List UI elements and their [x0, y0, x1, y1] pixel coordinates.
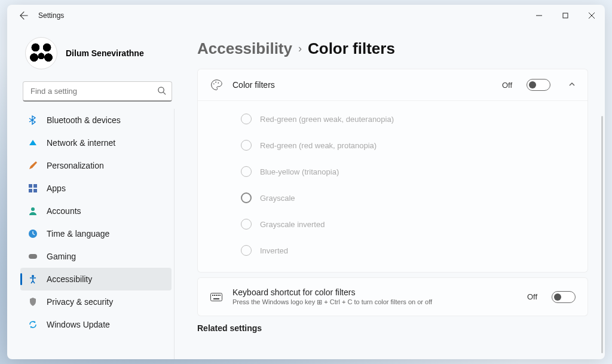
svg-rect-2: [29, 184, 32, 188]
svg-rect-14: [211, 293, 222, 301]
sidebar-item-account[interactable]: Accounts: [20, 200, 172, 222]
sidebar: Dilum Senevirathne Bluetooth & devicesNe…: [7, 26, 180, 359]
sidebar-item-label: Gaming: [47, 252, 76, 261]
search-input[interactable]: [23, 81, 172, 102]
keyboard-icon: [210, 293, 223, 301]
apps-icon: [27, 183, 38, 194]
sidebar-item-update[interactable]: Windows Update: [20, 313, 172, 336]
sidebar-item-privacy[interactable]: Privacy & security: [20, 290, 172, 313]
keyboard-shortcut-text: Keyboard shortcut for color filters Pres…: [232, 287, 432, 306]
radio-icon: [241, 166, 252, 177]
color-filter-options: Red-green (green weak, deuteranopia)Red-…: [198, 100, 587, 272]
sidebar-item-label: Personalization: [47, 161, 104, 170]
svg-point-12: [218, 82, 219, 84]
settings-window: Settings Dilum Senevirathne Bluetooth & …: [7, 5, 605, 359]
main-content[interactable]: Accessibility › Color filters Color filt…: [180, 26, 605, 359]
svg-rect-0: [563, 13, 568, 18]
window-controls: [526, 5, 605, 26]
svg-rect-20: [213, 298, 219, 299]
breadcrumb-current: Color filters: [308, 39, 395, 58]
filter-option-label: Grayscale: [260, 194, 295, 203]
sidebar-item-apps[interactable]: Apps: [20, 177, 172, 200]
accessibility-icon: [27, 274, 38, 285]
color-filters-header[interactable]: Color filters Off: [198, 69, 587, 100]
account-icon: [27, 206, 38, 216]
svg-rect-16: [214, 295, 215, 296]
svg-rect-15: [212, 295, 213, 296]
svg-point-6: [31, 207, 35, 211]
filter-option[interactable]: Inverted: [241, 237, 587, 264]
window-body: Dilum Senevirathne Bluetooth & devicesNe…: [7, 26, 605, 359]
keyboard-shortcut-row[interactable]: Keyboard shortcut for color filters Pres…: [198, 278, 587, 316]
filter-option-label: Inverted: [260, 246, 288, 255]
keyboard-shortcut-desc: Press the Windows logo key ⊞ + Ctrl + C …: [232, 298, 432, 306]
filter-option-label: Red-green (red weak, protanopia): [260, 141, 377, 150]
sidebar-item-bluetooth[interactable]: Bluetooth & devices: [20, 109, 172, 131]
radio-icon: [241, 219, 252, 230]
sidebar-item-brush[interactable]: Personalization: [20, 154, 172, 177]
radio-icon: [241, 192, 252, 203]
svg-point-11: [215, 82, 216, 83]
minimize-button[interactable]: [526, 5, 552, 26]
svg-point-1: [158, 87, 164, 93]
privacy-icon: [27, 296, 38, 307]
avatar: [25, 37, 57, 69]
sidebar-item-time[interactable]: Time & language: [20, 222, 172, 245]
svg-rect-19: [219, 295, 221, 296]
keyboard-shortcut-title: Keyboard shortcut for color filters: [232, 287, 432, 297]
keyboard-shortcut-toggle[interactable]: [552, 291, 576, 303]
maximize-button[interactable]: [552, 5, 579, 26]
sidebar-item-label: Network & internet: [47, 138, 115, 148]
close-button[interactable]: [579, 5, 605, 26]
color-filters-label: Color filters: [232, 80, 275, 90]
svg-rect-3: [33, 184, 37, 188]
svg-rect-18: [218, 295, 219, 296]
sidebar-item-label: Windows Update: [47, 320, 110, 329]
svg-point-9: [32, 275, 34, 277]
sidebar-item-label: Apps: [47, 183, 66, 193]
sidebar-item-wifi[interactable]: Network & internet: [20, 131, 172, 154]
svg-rect-5: [33, 189, 37, 192]
sidebar-item-label: Bluetooth & devices: [47, 115, 121, 125]
filter-option[interactable]: Red-green (green weak, deuteranopia): [241, 106, 587, 132]
filter-option[interactable]: Red-green (red weak, protanopia): [241, 132, 587, 158]
filter-option[interactable]: Grayscale: [241, 185, 587, 211]
update-icon: [27, 319, 38, 330]
color-filters-toggle[interactable]: [527, 79, 550, 91]
sidebar-item-label: Accessibility: [47, 274, 92, 284]
breadcrumb-parent[interactable]: Accessibility: [197, 39, 292, 58]
time-icon: [27, 228, 38, 239]
sidebar-item-accessibility[interactable]: Accessibility: [20, 268, 172, 290]
palette-icon: [210, 79, 223, 91]
color-filters-state: Off: [502, 81, 512, 90]
profile[interactable]: Dilum Senevirathne: [25, 37, 175, 69]
filter-option-label: Red-green (green weak, deuteranopia): [260, 115, 394, 124]
app-title: Settings: [38, 11, 64, 20]
radio-icon: [241, 140, 252, 151]
sidebar-item-label: Time & language: [47, 229, 109, 238]
breadcrumb: Accessibility › Color filters: [197, 39, 588, 58]
keyboard-shortcut-card: Keyboard shortcut for color filters Pres…: [197, 277, 588, 316]
chevron-up-icon[interactable]: [568, 79, 576, 90]
color-filters-card: Color filters Off Red-green (green weak,…: [197, 69, 588, 273]
filter-option[interactable]: Blue-yellow (tritanopia): [241, 158, 587, 185]
search-box: [23, 81, 172, 102]
keyboard-shortcut-state: Off: [527, 292, 537, 301]
radio-icon: [241, 245, 252, 256]
nav-list[interactable]: Bluetooth & devicesNetwork & internetPer…: [20, 109, 175, 359]
wifi-icon: [27, 137, 38, 148]
scrollbar[interactable]: [601, 116, 603, 353]
radio-icon: [241, 114, 252, 124]
svg-rect-8: [29, 254, 37, 259]
titlebar: Settings: [7, 5, 605, 26]
filter-option[interactable]: Grayscale inverted: [241, 211, 587, 237]
sidebar-item-gaming[interactable]: Gaming: [20, 245, 172, 268]
related-settings-heading: Related settings: [197, 323, 588, 333]
sidebar-item-label: Accounts: [47, 206, 81, 216]
sidebar-item-label: Privacy & security: [47, 297, 113, 307]
gaming-icon: [27, 251, 38, 262]
back-button[interactable]: [16, 7, 32, 24]
filter-option-label: Grayscale inverted: [260, 220, 325, 229]
svg-point-10: [213, 84, 215, 85]
bluetooth-icon: [27, 115, 38, 126]
